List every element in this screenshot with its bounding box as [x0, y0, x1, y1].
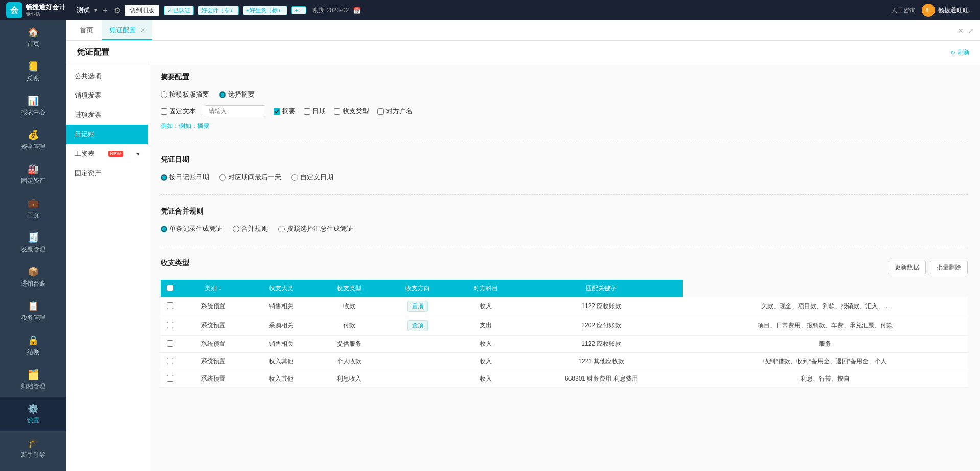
- row-1-checkbox[interactable]: [167, 302, 173, 309]
- sidebar-item-archive[interactable]: 🗂️ 归档管理: [0, 363, 66, 397]
- home-icon: 🏠: [28, 27, 39, 38]
- row-2-checkbox[interactable]: [167, 322, 173, 328]
- add-icon[interactable]: ＋: [101, 5, 109, 16]
- sidebar-item-asset[interactable]: 🏭 固定资产: [0, 157, 66, 192]
- sidebar-item-guide[interactable]: 🎓 新手引导: [0, 431, 66, 465]
- radio-summary-generate[interactable]: 按照选择汇总生成凭证: [278, 224, 353, 233]
- radio-single-record-input[interactable]: [161, 226, 167, 232]
- row-2-direction: 置顶: [383, 316, 451, 336]
- radio-period-last-input[interactable]: [219, 174, 226, 181]
- sidebar-item-member[interactable]: 👑 畅会员: [0, 465, 66, 471]
- row-2-top-btn[interactable]: 置顶: [407, 320, 428, 331]
- invoice-icon: 🧾: [28, 232, 39, 243]
- row-2-category: 系统预置: [179, 316, 247, 336]
- tab-home[interactable]: 首页: [73, 20, 100, 40]
- row-5-account: 660301 财务费用 利息费用: [520, 370, 683, 388]
- left-nav-sale-invoice[interactable]: 销项发票: [66, 86, 148, 105]
- refresh-label: 刷新: [958, 48, 970, 57]
- checkbox-income-type-input[interactable]: [334, 108, 340, 115]
- table-row: 系统预置 收入其他 个人收款 收入 1221 其他应收款 收到*借款、收到*备用…: [161, 353, 968, 370]
- checkbox-fixed-text-input[interactable]: [161, 108, 167, 115]
- tab-home-label: 首页: [80, 26, 93, 35]
- radio-period-last[interactable]: 对应期间最后一天: [219, 173, 281, 182]
- sidebar-item-settings[interactable]: ⚙️ 设置: [0, 397, 66, 431]
- checkbox-counterparty[interactable]: 对方户名: [377, 107, 413, 116]
- radio-merge-rule-input[interactable]: [233, 226, 239, 232]
- radio-custom-date-input[interactable]: [291, 174, 298, 181]
- row-4-direction-val: 收入: [451, 353, 519, 370]
- left-nav-payroll[interactable]: 工资表 NEW ▾: [66, 144, 148, 163]
- service-btn[interactable]: 人工咨询: [891, 6, 916, 15]
- row-2-keywords: 项目、日常费用、报销款、车费、承兑汇票、付款: [683, 316, 968, 336]
- radio-select-input[interactable]: [219, 91, 226, 98]
- left-nav-fixed-asset[interactable]: 固定资产: [66, 163, 148, 183]
- row-3-checkbox[interactable]: [167, 340, 173, 347]
- page-header: 凭证配置 ↻ 刷新: [66, 41, 980, 62]
- sidebar-item-salary[interactable]: 💼 工资: [0, 192, 66, 226]
- tab-expand-icon[interactable]: ⤢: [968, 27, 974, 35]
- sidebar-item-close[interactable]: 🔒 结账: [0, 328, 66, 363]
- row-3-account: 1122 应收账款: [520, 336, 683, 353]
- left-nav-purchase-invoice[interactable]: 进项发票: [66, 105, 148, 125]
- report-icon: 📊: [28, 95, 39, 106]
- radio-template-input[interactable]: [161, 91, 167, 98]
- date-title: 凭证日期: [161, 155, 968, 164]
- row-5-checkbox[interactable]: [167, 375, 173, 382]
- row-1-top-btn[interactable]: 置顶: [407, 301, 428, 312]
- table-row: 系统预置 收入其他 利息收入 收入 660301 财务费用 利息费用 利息、行转…: [161, 370, 968, 388]
- table-header-row: 收支类型 更新数据 批量删除: [161, 258, 968, 276]
- batch-delete-btn[interactable]: 批量删除: [930, 261, 968, 274]
- checkbox-date-input[interactable]: [304, 108, 310, 115]
- gear-icon[interactable]: ⚙: [113, 6, 121, 15]
- arrow-down-icon[interactable]: ▾: [94, 7, 97, 14]
- divider-3: [161, 246, 968, 246]
- type-table-section: 收支类型 更新数据 批量删除 类别 ↓: [161, 258, 968, 388]
- sidebar-item-home[interactable]: 🏠 首页: [0, 20, 66, 55]
- sidebar-item-stock[interactable]: 📦 进销台账: [0, 260, 66, 294]
- radio-merge-rule[interactable]: 合并规则: [233, 224, 268, 233]
- select-all-checkbox[interactable]: [167, 285, 173, 291]
- radio-journal-date-input[interactable]: [161, 174, 167, 181]
- radio-single-record[interactable]: 单条记录生成凭证: [161, 224, 222, 233]
- radio-journal-date[interactable]: 按日记账日期: [161, 173, 209, 182]
- radio-summary-generate-input[interactable]: [278, 226, 285, 232]
- top-bar-center: 测试 ▾ ＋ ⚙ 切到旧版 ✓ 已认证 好会计（专） +好生意（标） +... …: [77, 5, 887, 16]
- switch-btn[interactable]: 切到旧版: [125, 5, 159, 16]
- checkbox-fixed-text[interactable]: 固定文本: [161, 107, 196, 116]
- summary-title: 摘要配置: [161, 73, 968, 82]
- tax-icon: 📋: [28, 300, 39, 312]
- radio-template[interactable]: 按模板版摘要: [161, 90, 209, 99]
- sidebar-label-ledger: 总账: [27, 74, 39, 83]
- sidebar-item-ledger[interactable]: 📒 总账: [0, 55, 66, 89]
- radio-custom-date[interactable]: 自定义日期: [291, 173, 333, 182]
- col-big-type: 收支大类: [247, 280, 315, 297]
- refresh-btn[interactable]: ↻ 刷新: [950, 48, 970, 57]
- tab-voucher-config[interactable]: 凭证配置 ✕: [102, 20, 152, 40]
- sidebar-item-report[interactable]: 📊 报表中心: [0, 89, 66, 123]
- checkbox-summary-input[interactable]: [274, 108, 280, 115]
- row-3-bigtype: 销售相关: [247, 336, 315, 353]
- row-3-type: 提供服务: [315, 336, 383, 353]
- calendar-icon[interactable]: 📅: [353, 7, 361, 14]
- new-badge: NEW: [108, 151, 123, 157]
- left-nav-journal[interactable]: 日记账: [66, 125, 148, 144]
- sidebar-item-tax[interactable]: 📋 税务管理: [0, 294, 66, 328]
- left-nav: 公共选项 销项发票 进项发票 日记账 工资表 NEW ▾ 固定资产: [66, 62, 148, 471]
- checkbox-counterparty-input[interactable]: [377, 108, 384, 115]
- row-4-checkbox[interactable]: [167, 358, 173, 364]
- checkbox-row: 固定文本 摘要 日期 收支类型 对方户名: [161, 105, 968, 117]
- right-content: 摘要配置 按模板版摘要 选择摘要 固定文本: [148, 62, 980, 471]
- tab-close-all-icon[interactable]: ✕: [958, 27, 964, 35]
- radio-select[interactable]: 选择摘要: [219, 90, 255, 99]
- left-nav-public[interactable]: 公共选项: [66, 66, 148, 86]
- table-row: 系统预置 销售相关 提供服务 收入 1122 应收账款 服务: [161, 336, 968, 353]
- update-data-btn[interactable]: 更新数据: [888, 261, 926, 274]
- checkbox-income-type[interactable]: 收支类型: [334, 107, 369, 116]
- fixed-text-input[interactable]: [204, 105, 265, 117]
- payroll-arrow-icon: ▾: [136, 151, 140, 157]
- sidebar-item-invoice[interactable]: 🧾 发票管理: [0, 226, 66, 260]
- tab-close-icon[interactable]: ✕: [140, 27, 145, 34]
- checkbox-date[interactable]: 日期: [304, 107, 326, 116]
- checkbox-summary[interactable]: 摘要: [274, 107, 295, 116]
- sidebar-item-fund[interactable]: 💰 资金管理: [0, 123, 66, 157]
